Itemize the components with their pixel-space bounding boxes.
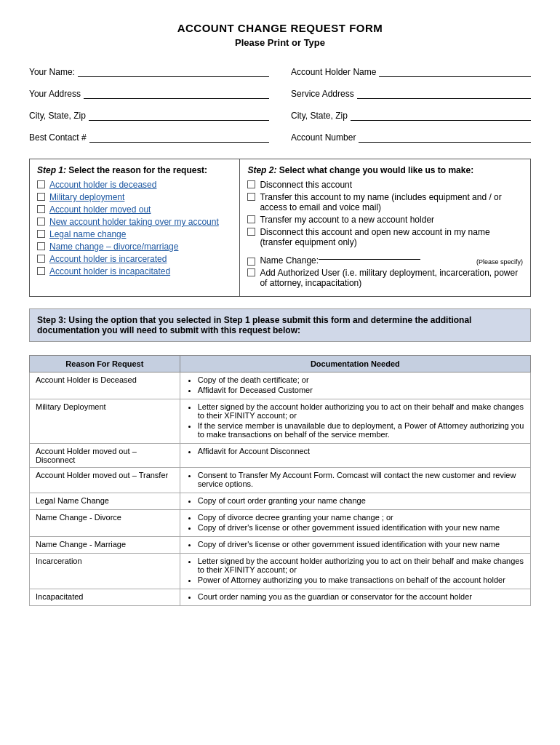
checkbox-divorce[interactable] bbox=[37, 242, 45, 250]
list-item: Power of Attorney authorizing you to mak… bbox=[198, 575, 524, 584]
list-item: Letter signed by the account holder auth… bbox=[198, 402, 524, 420]
list-item: Account holder is deceased bbox=[37, 180, 232, 190]
checkbox-authorized-user[interactable] bbox=[247, 268, 255, 276]
doc-table-docs: Copy of divorce decree granting your nam… bbox=[180, 510, 530, 537]
step1-item-2[interactable]: Account holder moved out bbox=[49, 204, 151, 215]
doc-table-docs: Letter signed by the account holder auth… bbox=[180, 554, 530, 589]
your-address-input[interactable] bbox=[84, 87, 269, 99]
list-item: Legal name change bbox=[37, 229, 232, 239]
list-item: If the service member is unavailable due… bbox=[198, 421, 524, 439]
best-contact-label: Best Contact # bbox=[29, 132, 87, 143]
list-item: Copy of driver's license or other govern… bbox=[198, 523, 524, 532]
step2-header: Step 2: Select what change you would lik… bbox=[247, 165, 523, 175]
step1-item-3[interactable]: New account holder taking over my accoun… bbox=[49, 217, 219, 227]
your-name-label: Your Name: bbox=[29, 67, 75, 77]
step2-item-3: Disconnect this account and open new acc… bbox=[260, 227, 523, 247]
doc-table-reason: Incarceration bbox=[30, 554, 180, 589]
list-item: Affidavit for Deceased Customer bbox=[198, 386, 524, 394]
doc-table-docs: Copy of the death certificate; orAffidav… bbox=[180, 372, 530, 399]
list-item: Disconnect this account bbox=[247, 180, 523, 190]
list-item: Account holder is incapacitated bbox=[37, 266, 232, 276]
documentation-table: Reason For Request Documentation Needed … bbox=[29, 355, 531, 606]
checkbox-legal-name[interactable] bbox=[37, 230, 45, 238]
checkbox-moved-out[interactable] bbox=[37, 205, 45, 213]
doc-table-reason: Name Change - Divorce bbox=[30, 510, 180, 537]
city-state-zip-field2: City, State, Zip bbox=[291, 109, 531, 121]
page-subtitle: Please Print or Type bbox=[29, 37, 531, 48]
list-item: Military deployment bbox=[37, 192, 232, 202]
name-change-input[interactable] bbox=[319, 250, 420, 260]
page-title: ACCOUNT CHANGE REQUEST FORM bbox=[29, 22, 531, 34]
fields-section: Your Name: Account Holder Name Your Addr… bbox=[29, 65, 531, 143]
list-item: Copy of divorce decree granting your nam… bbox=[198, 513, 524, 522]
your-address-field: Your Address bbox=[29, 87, 269, 99]
step2-item-0: Disconnect this account bbox=[260, 180, 352, 190]
city-state-zip-label1: City, State, Zip bbox=[29, 111, 86, 121]
step3-box: Step 3: Using the option that you select… bbox=[29, 308, 531, 342]
step1-item-0[interactable]: Account holder is deceased bbox=[49, 180, 156, 190]
step1-item-6[interactable]: Account holder is incarcerated bbox=[49, 254, 167, 264]
doc-table-reason: Account Holder moved out – Transfer bbox=[30, 468, 180, 493]
checkbox-name-change[interactable] bbox=[247, 258, 255, 266]
doc-table-col1-header: Reason For Request bbox=[30, 356, 180, 372]
best-contact-field: Best Contact # bbox=[29, 131, 269, 143]
city-state-zip-label2: City, State, Zip bbox=[291, 111, 348, 121]
best-contact-input[interactable] bbox=[89, 131, 269, 143]
doc-table-docs: Affidavit for Account Disconnect bbox=[180, 444, 530, 468]
your-address-label: Your Address bbox=[29, 89, 81, 99]
account-number-field: Account Number bbox=[291, 131, 531, 143]
step2-item-5: Add Authorized User (i.e. military deplo… bbox=[260, 268, 523, 288]
step2-item-2: Transfer my account to a new account hol… bbox=[260, 215, 434, 225]
doc-table-reason: Account Holder moved out – Disconnect bbox=[30, 444, 180, 468]
checkbox-new-holder[interactable] bbox=[37, 218, 45, 226]
account-number-input[interactable] bbox=[359, 131, 531, 143]
list-item: Account holder is incarcerated bbox=[37, 254, 232, 264]
step1-item-1[interactable]: Military deployment bbox=[49, 192, 124, 202]
account-holder-name-input[interactable] bbox=[379, 65, 531, 77]
your-name-input[interactable] bbox=[78, 65, 269, 77]
list-item: Court order naming you as the guardian o… bbox=[198, 592, 524, 601]
list-item: Add Authorized User (i.e. military deplo… bbox=[247, 268, 523, 288]
list-item: Name change – divorce/marriage bbox=[37, 242, 232, 252]
step1-item-7[interactable]: Account holder is incapacitated bbox=[49, 266, 170, 276]
account-number-label: Account Number bbox=[291, 132, 356, 143]
doc-table-reason: Incapacitated bbox=[30, 589, 180, 606]
checkbox-open-new[interactable] bbox=[247, 228, 255, 236]
account-holder-name-field: Account Holder Name bbox=[291, 65, 531, 77]
checkbox-military[interactable] bbox=[37, 193, 45, 201]
your-name-field: Your Name: bbox=[29, 65, 269, 77]
city-state-zip-field1: City, State, Zip bbox=[29, 109, 269, 121]
service-address-input[interactable] bbox=[357, 87, 531, 99]
step2-list: Disconnect this account Transfer this ac… bbox=[247, 180, 523, 288]
step2-cell: Step 2: Select what change you would lik… bbox=[240, 159, 531, 297]
step1-item-5[interactable]: Name change – divorce/marriage bbox=[49, 242, 178, 252]
checkbox-incapacitated[interactable] bbox=[37, 267, 45, 275]
city-state-zip-input2[interactable] bbox=[351, 109, 531, 121]
list-item: Copy of the death certificate; or bbox=[198, 375, 524, 384]
checkbox-transfer-holder[interactable] bbox=[247, 215, 255, 223]
list-item: Copy of court order granting your name c… bbox=[198, 496, 524, 505]
list-item: Transfer my account to a new account hol… bbox=[247, 215, 523, 225]
checkbox-disconnect[interactable] bbox=[247, 180, 255, 188]
checkbox-deceased[interactable] bbox=[37, 180, 45, 188]
service-address-field: Service Address bbox=[291, 87, 531, 99]
step2-item-1: Transfer this account to my name (includ… bbox=[260, 192, 523, 212]
step2-item-4: Name Change: bbox=[260, 255, 319, 266]
checkbox-incarcerated[interactable] bbox=[37, 255, 45, 263]
doc-table-docs: Consent to Transfer My Account Form. Com… bbox=[180, 468, 530, 493]
step1-header: Step 1: Select the reason for the reques… bbox=[37, 165, 232, 175]
doc-table-reason: Account Holder is Deceased bbox=[30, 372, 180, 399]
doc-table-reason: Name Change - Marriage bbox=[30, 537, 180, 554]
doc-table-docs: Court order naming you as the guardian o… bbox=[180, 589, 530, 606]
doc-table-docs: Copy of driver's license or other govern… bbox=[180, 537, 530, 554]
list-item: Disconnect this account and open new acc… bbox=[247, 227, 523, 247]
step1-list: Account holder is deceased Military depl… bbox=[37, 180, 232, 276]
checkbox-transfer-name[interactable] bbox=[247, 193, 255, 201]
doc-table-docs: Letter signed by the account holder auth… bbox=[180, 399, 530, 444]
step1-item-4[interactable]: Legal name change bbox=[49, 229, 126, 239]
city-state-zip-input1[interactable] bbox=[89, 109, 269, 121]
steps-table: Step 1: Select the reason for the reques… bbox=[29, 159, 531, 297]
doc-table-reason: Military Deployment bbox=[30, 399, 180, 444]
list-item: Consent to Transfer My Account Form. Com… bbox=[198, 471, 524, 488]
list-item: Account holder moved out bbox=[37, 204, 232, 215]
